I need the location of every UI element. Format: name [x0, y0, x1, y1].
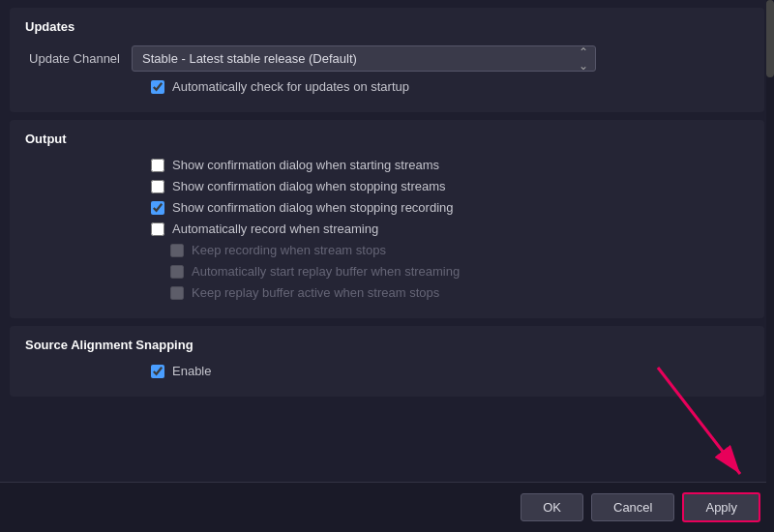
- source-alignment-section: Source Alignment Snapping Enable: [10, 326, 764, 397]
- output-cb5-row: Keep recording when stream stops: [170, 243, 749, 257]
- main-content: Updates Update Channel Stable - Latest s…: [0, 0, 774, 482]
- auto-check-label[interactable]: Automatically check for updates on start…: [172, 79, 409, 94]
- update-channel-row: Update Channel Stable - Latest stable re…: [25, 45, 749, 72]
- output-cb6-row: Automatically start replay buffer when s…: [170, 264, 749, 279]
- cb6-label: Automatically start replay buffer when s…: [192, 264, 460, 279]
- source-alignment-title: Source Alignment Snapping: [25, 338, 749, 352]
- output-cb1-row: Show confirmation dialog when starting s…: [151, 158, 749, 172]
- cancel-button[interactable]: Cancel: [591, 493, 674, 521]
- updates-title: Updates: [25, 19, 749, 34]
- output-cb2-row: Show confirmation dialog when stopping s…: [151, 179, 749, 193]
- update-channel-select-wrapper: Stable - Latest stable release (Default)…: [132, 45, 596, 72]
- enable-row: Enable: [151, 364, 749, 378]
- cb4-label[interactable]: Automatically record when streaming: [172, 222, 378, 236]
- output-cb3-row: Show confirmation dialog when stopping r…: [151, 200, 749, 215]
- cb1-checkbox[interactable]: [151, 159, 164, 172]
- cb7-label: Keep replay buffer active when stream st…: [192, 285, 439, 300]
- enable-snap-label[interactable]: Enable: [172, 364, 211, 378]
- enable-snap-checkbox[interactable]: [151, 365, 164, 378]
- cb5-checkbox: [170, 244, 184, 257]
- ok-button[interactable]: OK: [521, 493, 583, 521]
- apply-button[interactable]: Apply: [682, 492, 760, 522]
- output-cb7-row: Keep replay buffer active when stream st…: [170, 285, 749, 300]
- footer: OK Cancel Apply: [0, 482, 774, 532]
- cb2-checkbox[interactable]: [151, 180, 164, 193]
- cb3-label[interactable]: Show confirmation dialog when stopping r…: [172, 200, 454, 215]
- output-cb4-row: Automatically record when streaming: [151, 222, 749, 236]
- cb3-checkbox[interactable]: [151, 201, 164, 215]
- scrollbar-thumb[interactable]: [766, 0, 774, 77]
- updates-section: Updates Update Channel Stable - Latest s…: [10, 8, 764, 112]
- cb6-checkbox: [170, 265, 184, 279]
- cb5-label: Keep recording when stream stops: [192, 243, 386, 257]
- cb2-label[interactable]: Show confirmation dialog when stopping s…: [172, 179, 446, 193]
- update-channel-label: Update Channel: [25, 51, 132, 66]
- settings-window: Updates Update Channel Stable - Latest s…: [0, 0, 774, 532]
- scrollbar-track[interactable]: [766, 0, 774, 488]
- auto-check-row: Automatically check for updates on start…: [151, 79, 749, 94]
- cb4-checkbox[interactable]: [151, 222, 164, 236]
- output-title: Output: [25, 132, 749, 146]
- output-section: Output Show confirmation dialog when sta…: [10, 120, 764, 318]
- update-channel-select[interactable]: Stable - Latest stable release (Default): [132, 45, 596, 72]
- auto-check-checkbox[interactable]: [151, 80, 164, 94]
- cb1-label[interactable]: Show confirmation dialog when starting s…: [172, 158, 439, 172]
- cb7-checkbox: [170, 286, 184, 300]
